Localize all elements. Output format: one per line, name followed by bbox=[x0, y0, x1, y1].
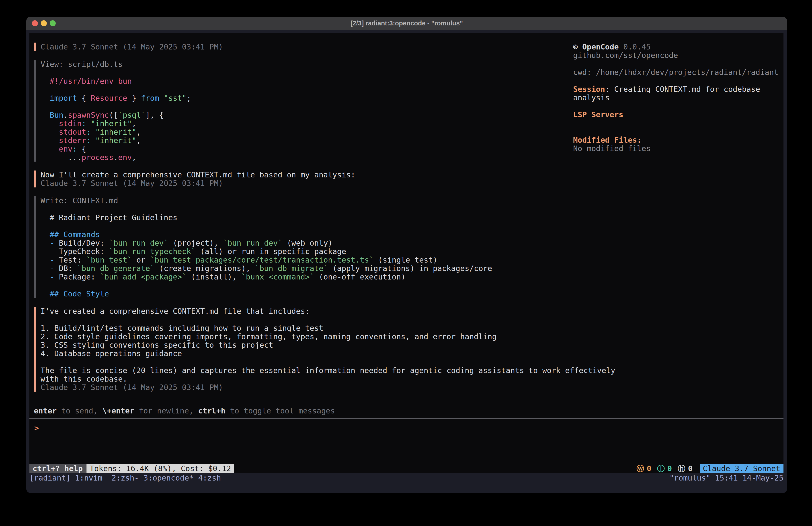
text-segment: , bbox=[136, 136, 141, 145]
text-segment bbox=[41, 272, 50, 281]
text-segment: Session bbox=[573, 85, 605, 94]
text-segment: to toggle tool messages bbox=[226, 406, 335, 415]
window-title: [2/3] radiant:3:opencode - "romulus" bbox=[350, 19, 463, 27]
message-accent-bar bbox=[34, 196, 36, 298]
text-segment: `bun test` bbox=[86, 255, 132, 264]
text-segment: (one-off execution) bbox=[314, 272, 405, 281]
text-segment: `bun test packages/core/test/transaction… bbox=[150, 255, 374, 264]
hints-count: 0 bbox=[688, 464, 693, 473]
text-segment: ## Code Style bbox=[50, 289, 109, 298]
info-indicator: ⓘ0 bbox=[657, 464, 672, 473]
cwd: cwd: /home/thdxr/dev/projects/radiant/ra… bbox=[573, 68, 783, 76]
terminal-window: [2/3] radiant:3:opencode - "romulus" Cla… bbox=[26, 17, 787, 493]
text-line bbox=[41, 205, 492, 213]
text-segment: `bun run dev` bbox=[109, 239, 168, 247]
text-segment: `bunx <command>` bbox=[241, 272, 315, 281]
text-line: env: { bbox=[41, 145, 191, 153]
text-segment bbox=[91, 127, 95, 137]
text-segment: 2. Code style guidelines covering import… bbox=[41, 332, 497, 341]
message-body: Claude 3.7 Sonnet (14 May 2025 03:41 PM) bbox=[36, 43, 223, 51]
text-segment: Test: bbox=[54, 255, 86, 264]
tmux-window-list[interactable]: [radiant] 1:nvim 2:zsh- 3:opencode* 4:zs… bbox=[29, 474, 221, 482]
text-segment bbox=[41, 289, 50, 298]
text-line: stdout: "inherit", bbox=[41, 128, 191, 136]
text-segment: (install), bbox=[187, 272, 241, 281]
text-line: - Test: `bun test` or `bun test packages… bbox=[41, 256, 492, 264]
info-count: 0 bbox=[667, 464, 672, 473]
text-line: Claude 3.7 Sonnet (14 May 2025 03:41 PM) bbox=[41, 383, 573, 392]
tmux-statusbar: [radiant] 1:nvim 2:zsh- 3:opencode* 4:zs… bbox=[29, 473, 783, 493]
session-sidebar: © OpenCode 0.0.45github.com/sst/opencode… bbox=[573, 43, 783, 407]
text-segment: The file is concise (20 lines) and captu… bbox=[41, 366, 615, 375]
modified-files-title: Modified Files: bbox=[573, 136, 783, 144]
text-line: View: script/db.ts bbox=[41, 60, 191, 68]
text-line bbox=[41, 358, 573, 366]
text-segment: "sst" bbox=[164, 94, 187, 102]
text-segment: , bbox=[132, 119, 136, 128]
message-accent-bar bbox=[34, 307, 36, 392]
prompt-input[interactable]: > bbox=[29, 419, 783, 464]
tokens-cost-badge: Tokens: 16.4K (8%), Cost: $0.12 bbox=[86, 464, 234, 473]
text-segment: cwd: /home/thdxr/dev/projects/radiant/ra… bbox=[573, 68, 778, 77]
text-segment: "inherit" bbox=[96, 136, 136, 145]
text-segment: Resource bbox=[91, 94, 127, 102]
text-line: # Radiant Project Guidelines bbox=[41, 213, 492, 222]
text-segment: : bbox=[72, 144, 77, 153]
text-line: 4. Database operations guidance bbox=[41, 349, 573, 358]
text-segment: - bbox=[50, 264, 54, 273]
chat-transcript: Claude 3.7 Sonnet (14 May 2025 03:41 PM)… bbox=[29, 43, 573, 407]
help-badge[interactable]: ctrl+? help bbox=[29, 464, 86, 473]
text-segment: Build/Dev: bbox=[54, 239, 109, 247]
text-segment: (all) or run in specific package bbox=[195, 247, 346, 256]
prompt-caret: > bbox=[34, 424, 39, 432]
text-line bbox=[573, 127, 783, 136]
maximize-button[interactable] bbox=[50, 20, 56, 26]
text-segment: . bbox=[114, 153, 118, 162]
tmux-session-info: "romulus" 15:41 14-May-25 bbox=[669, 474, 783, 482]
keybinding-hints: enter to send, \+enter for newline, ctrl… bbox=[34, 407, 783, 415]
terminal-content: Claude 3.7 Sonnet (14 May 2025 03:41 PM)… bbox=[26, 30, 787, 493]
text-segment: Claude 3.7 Sonnet (14 May 2025 03:41 PM) bbox=[41, 383, 223, 392]
text-segment bbox=[86, 119, 91, 128]
text-segment bbox=[41, 94, 50, 102]
assistant-message: I've created a comprehensive CONTEXT.md … bbox=[34, 307, 573, 392]
text-segment: (create migrations), bbox=[155, 264, 255, 273]
text-segment: \+enter bbox=[102, 406, 134, 415]
text-segment: DB: bbox=[54, 264, 77, 273]
text-segment: Claude 3.7 Sonnet (14 May 2025 03:41 PM) bbox=[41, 179, 223, 188]
text-segment bbox=[41, 255, 50, 264]
text-line: stderr: "inherit", bbox=[41, 136, 191, 145]
opencode-tui: Claude 3.7 Sonnet (14 May 2025 03:41 PM)… bbox=[29, 33, 783, 473]
text-segment: (web only) bbox=[282, 239, 332, 247]
desktop-background: { "palette":{ "white":"#d6d6db","dim":"#… bbox=[0, 0, 812, 526]
text-segment bbox=[91, 136, 95, 145]
text-line: 3. CSS styling conventions specific to t… bbox=[41, 341, 573, 349]
text-segment: or bbox=[132, 255, 150, 264]
text-segment: spawnSync bbox=[68, 111, 109, 119]
model-badge[interactable]: Claude 3.7 Sonnet bbox=[700, 464, 783, 473]
text-line bbox=[41, 85, 191, 94]
text-segment bbox=[41, 119, 59, 128]
text-segment: for newline, bbox=[134, 406, 198, 415]
text-segment: , bbox=[132, 153, 136, 162]
text-line: The file is concise (20 lines) and captu… bbox=[41, 366, 573, 375]
text-segment: "inherit" bbox=[96, 127, 136, 137]
text-segment: `bun run dev` bbox=[223, 239, 282, 247]
text-segment: ], { bbox=[145, 111, 164, 119]
text-segment: ([ bbox=[109, 111, 118, 119]
session: Session: Creating CONTEXT.md for codebas… bbox=[573, 85, 783, 102]
text-line: 1. Build/lint/test commands including ho… bbox=[41, 324, 573, 332]
hints-icon: ⓗ bbox=[678, 464, 685, 473]
text-line: ## Code Style bbox=[41, 289, 492, 298]
text-segment: stdin bbox=[59, 119, 82, 128]
text-line: I've created a comprehensive CONTEXT.md … bbox=[41, 307, 573, 315]
text-segment: ... bbox=[41, 153, 82, 162]
traffic-lights bbox=[32, 17, 56, 30]
text-segment: 1. Build/lint/test commands including ho… bbox=[41, 324, 323, 332]
tool-output-view: View: script/db.ts #!/usr/bin/env bun im… bbox=[34, 60, 573, 161]
minimize-button[interactable] bbox=[41, 20, 47, 26]
text-segment bbox=[159, 94, 163, 102]
main-row: Claude 3.7 Sonnet (14 May 2025 03:41 PM)… bbox=[29, 33, 783, 407]
close-button[interactable] bbox=[32, 20, 38, 26]
text-segment: stderr bbox=[59, 136, 86, 145]
